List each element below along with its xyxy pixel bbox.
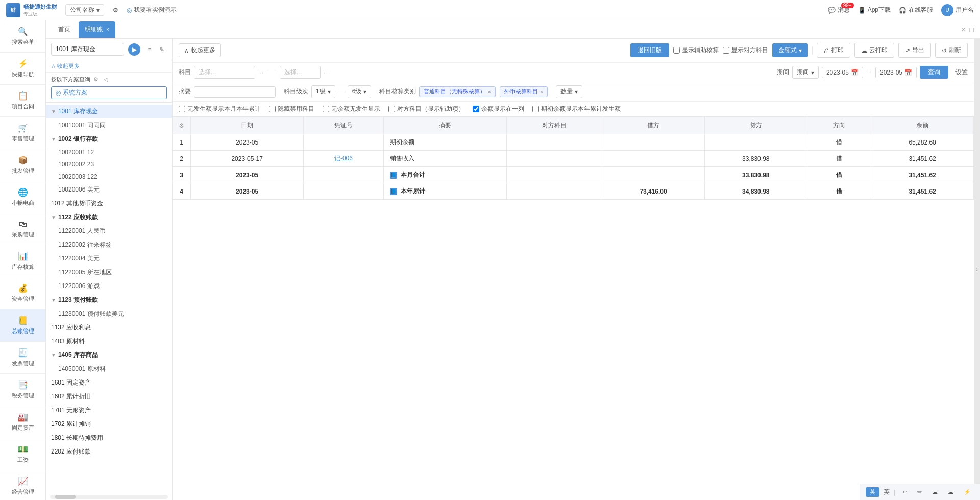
- refresh-btn[interactable]: ↺ 刷新: [935, 43, 968, 58]
- tree-item-1132[interactable]: 1132 应收利息: [46, 321, 172, 335]
- checkbox-no-activity[interactable]: 无发生额显示本月本年累计: [179, 105, 261, 113]
- tree-item-1801[interactable]: 1801 长期待摊费用: [46, 431, 172, 445]
- sidebar-item-operations[interactable]: 📈 经营管理: [0, 470, 45, 500]
- sidebar-item-ledger[interactable]: 📒 总账管理: [0, 309, 45, 342]
- query-scheme-arrow[interactable]: ◁: [104, 76, 108, 83]
- check-hide-disabled[interactable]: [269, 106, 276, 112]
- panel-list-view-btn[interactable]: ≡: [144, 44, 155, 55]
- sidebar-item-salary[interactable]: 💵 工资: [0, 438, 45, 470]
- sidebar-item-wholesale[interactable]: 📦 批发管理: [0, 149, 45, 181]
- checkbox-hide-disabled[interactable]: 隐藏禁用科目: [269, 105, 314, 113]
- settings-btn[interactable]: 设置: [955, 68, 968, 77]
- tree-item-1602[interactable]: 1602 累计折旧: [46, 390, 172, 403]
- tree-item-10020003[interactable]: 10020003 122: [46, 171, 172, 183]
- check-no-balance[interactable]: [323, 106, 329, 112]
- checkbox-show-opening[interactable]: 期初余额显示本年累计发生额: [532, 105, 621, 113]
- subject-input[interactable]: 选择...: [194, 66, 255, 79]
- sidebar-item-quick-nav[interactable]: ⚡ 快捷导航: [0, 53, 45, 85]
- tab-detail-close[interactable]: ×: [106, 27, 109, 32]
- sidebar-item-capital[interactable]: 💰 资金管理: [0, 277, 45, 309]
- tree-item-1403[interactable]: 1403 原材料: [46, 335, 172, 348]
- sidebar-item-tax[interactable]: 📑 税务管理: [0, 374, 45, 406]
- window-close-btn[interactable]: ×: [961, 26, 965, 34]
- expand-btn[interactable]: ∧ 收起更多: [179, 43, 221, 57]
- bottom-undo-btn[interactable]: ↩: [899, 488, 910, 496]
- bottom-cloud2-btn[interactable]: ☁: [945, 488, 957, 496]
- tree-item-1123[interactable]: ▼ 1123 预付账款: [46, 293, 172, 307]
- show-assist-checkbox[interactable]: 显示辅助核算: [673, 46, 719, 55]
- sidebar-item-assets[interactable]: 🏭 固定资产: [0, 406, 45, 438]
- expand-more-btn[interactable]: ∧ 收起更多: [51, 62, 80, 70]
- tree-item-1002[interactable]: ▼ 1002 银行存款: [46, 132, 172, 146]
- row2-voucher[interactable]: 记-006: [304, 151, 383, 167]
- period-end-input[interactable]: 2023-05 📅: [875, 67, 917, 78]
- sidebar-item-search[interactable]: 🔍 搜索菜单: [0, 20, 45, 53]
- subject-input-end[interactable]: 选择...: [280, 66, 321, 79]
- tree-item-11220002[interactable]: 11220002 往来标签: [46, 238, 172, 252]
- company-selector[interactable]: 公司名称 ▾: [65, 4, 104, 16]
- check-no-activity[interactable]: [179, 106, 185, 112]
- voucher-link[interactable]: 记-006: [334, 155, 353, 162]
- return-old-btn[interactable]: 退回旧版: [630, 43, 669, 57]
- right-collapse-btn[interactable]: ›: [974, 39, 980, 500]
- scheme-btn[interactable]: ◎ 系统方案: [51, 86, 167, 99]
- account-selector[interactable]: 1001 库存现金: [51, 43, 124, 56]
- sidebar-item-ecommerce[interactable]: 🌐 小畅电商: [0, 181, 45, 213]
- window-max-btn[interactable]: □: [970, 26, 974, 34]
- tree-item-1012[interactable]: 1012 其他货币资金: [46, 197, 172, 210]
- checkbox-show-balance-one-col[interactable]: 余额显示在一列: [473, 105, 524, 113]
- query-scheme-config-icon[interactable]: ⚙: [93, 76, 99, 83]
- tree-item-10020002[interactable]: 10020002 23: [46, 158, 172, 171]
- demo-link[interactable]: ◎ 我要看实例演示: [127, 6, 177, 14]
- period-type-select[interactable]: 期间 ▾: [792, 66, 819, 79]
- settings-col-icon[interactable]: ⚙: [179, 122, 184, 129]
- tree-item-1122[interactable]: ▼ 1122 应收账款: [46, 210, 172, 224]
- checkbox-no-balance[interactable]: 无余额无发生显示: [323, 105, 380, 113]
- sidebar-item-inventory[interactable]: 📊 库存核算: [0, 245, 45, 277]
- tree-item-11220004[interactable]: 11220004 美元: [46, 252, 172, 266]
- tag-close-0[interactable]: ×: [487, 89, 491, 95]
- check-show-opening[interactable]: [532, 106, 539, 112]
- tree-item-10010001[interactable]: 10010001 同同同: [46, 118, 172, 132]
- checkbox-show-opposite[interactable]: 对方科目（显示辅助项）: [388, 105, 464, 113]
- format-dropdown-btn[interactable]: 金额式 ▾: [772, 43, 808, 57]
- show-opposite-check[interactable]: [723, 47, 729, 54]
- check-show-opposite[interactable]: [388, 106, 395, 112]
- tree-item-11220001[interactable]: 11220001 人民币: [46, 224, 172, 238]
- tab-detail[interactable]: 明细账 ×: [79, 21, 115, 38]
- bottom-cloud-btn[interactable]: ☁: [929, 488, 941, 496]
- col-settings[interactable]: ⚙: [173, 117, 191, 134]
- tree-item-10020006[interactable]: 10020006 美元: [46, 183, 172, 197]
- message-btn[interactable]: 💬 消息 99+: [828, 6, 850, 14]
- settings-icon-btn[interactable]: ⚙: [108, 3, 122, 17]
- tree-item-1701[interactable]: 1701 无形资产: [46, 403, 172, 417]
- tag-close-1[interactable]: ×: [540, 89, 543, 95]
- quantity-select[interactable]: 数量 ▾: [556, 85, 582, 98]
- tree-item-1405[interactable]: ▼ 1405 库存商品: [46, 348, 172, 362]
- user-avatar[interactable]: U 用户名: [941, 4, 974, 16]
- search-btn[interactable]: 查询: [920, 66, 948, 79]
- show-opposite-checkbox[interactable]: 显示对方科目: [723, 46, 768, 55]
- summary-input[interactable]: [194, 86, 276, 98]
- tree-item-11220005[interactable]: 11220005 所在地区: [46, 266, 172, 279]
- export-btn[interactable]: ↗ 导出: [898, 43, 931, 58]
- tree-item-11230001[interactable]: 11230001 预付账款美元: [46, 307, 172, 321]
- tree-item-11220006[interactable]: 11220006 游戏: [46, 279, 172, 293]
- sidebar-item-retail[interactable]: 🛒 零售管理: [0, 117, 45, 149]
- period-start-input[interactable]: 2023-05 📅: [822, 67, 863, 78]
- tree-scrollbar[interactable]: [50, 495, 168, 499]
- cloud-print-btn[interactable]: ☁ 云打印: [854, 43, 894, 58]
- lang-btn[interactable]: 英: [866, 487, 879, 497]
- online-service-btn[interactable]: 🎧 在线客服: [899, 6, 933, 14]
- tab-home[interactable]: 首页: [52, 21, 77, 38]
- level-to-select[interactable]: 6级 ▾: [348, 85, 372, 98]
- sidebar-item-project[interactable]: 📋 项目合同: [0, 85, 45, 117]
- bottom-flash-btn[interactable]: ⚡: [961, 488, 974, 496]
- show-assist-check[interactable]: [673, 47, 680, 54]
- print-btn[interactable]: 🖨 打印: [817, 43, 850, 58]
- tree-item-14050001[interactable]: 14050001 原材料: [46, 362, 172, 376]
- tree-item-2202[interactable]: 2202 应付账款: [46, 445, 172, 459]
- bottom-edit-btn[interactable]: ✏: [914, 488, 925, 496]
- tree-item-10020001[interactable]: 10020001 12: [46, 146, 172, 158]
- account-nav-btn[interactable]: ▶: [128, 43, 140, 56]
